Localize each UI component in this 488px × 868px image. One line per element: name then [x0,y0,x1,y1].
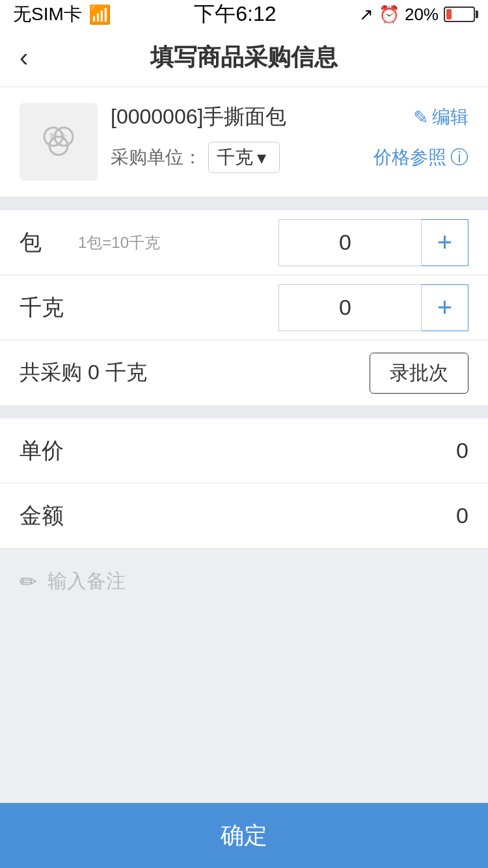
bag-plus-button[interactable]: + [422,219,468,266]
battery-fill [446,9,452,20]
unit-price-value: 0 [456,438,468,463]
help-icon: ⓘ [450,145,468,170]
unit-value: 千克 [217,145,253,170]
battery-icon [444,7,475,22]
status-right: ↗ ⏰ 20% [359,5,475,25]
amount-value: 0 [456,503,468,528]
page-title: 填写商品采购信息 [150,42,338,74]
unit-price-row: 单价 0 [0,418,488,483]
status-bar: 无SIM卡 📶 下午6:12 ↗ ⏰ 20% [0,0,488,29]
edit-icon: ✎ [413,107,428,128]
nav-bar: ‹ 填写商品采购信息 [0,29,488,87]
back-button[interactable]: ‹ [20,43,28,72]
product-name: [0000006]手撕面包 [111,103,286,131]
svg-text:十: 十 [60,132,68,141]
summary-row: 共采购 0 千克 录批次 [0,340,488,405]
unit-price-label: 单价 [20,436,64,466]
edit-label: 编辑 [432,105,468,129]
status-left: 无SIM卡 📶 [13,2,111,27]
unit-select[interactable]: 千克 ▾ [208,142,280,173]
kg-quantity-input[interactable] [278,284,422,331]
product-unit-row: 采购单位： 千克 ▾ 价格参照 ⓘ [111,142,468,173]
product-logo: 智 十 [39,122,78,161]
input-section: 包 1包=10千克 + 千克 + 共采购 0 千克 录批次 [0,210,488,405]
svg-text:智: 智 [49,132,57,141]
kg-label: 千克 [20,293,72,323]
remark-section[interactable]: ✏ 输入备注 [0,549,488,653]
amount-row: 金额 0 [0,483,488,549]
kg-input-control: + [278,284,468,331]
summary-text: 共采购 0 千克 [20,359,147,387]
battery-percent: 20% [405,5,439,25]
alarm-icon: ⏰ [379,5,400,25]
content-area: 智 十 [0000006]手撕面包 ✎ 编辑 采购单位： 千克 ▾ [0,87,488,848]
location-icon: ↗ [359,5,373,25]
unit-label: 采购单位： 千克 ▾ [111,142,280,173]
confirm-button[interactable]: 确定 [0,803,488,868]
kg-row: 千克 + [0,275,488,340]
kg-plus-button[interactable]: + [422,284,468,331]
status-time: 下午6:12 [194,0,276,29]
product-card: 智 十 [0000006]手撕面包 ✎ 编辑 采购单位： 千克 ▾ [0,87,488,197]
wifi-icon: 📶 [88,4,111,25]
amount-label: 金额 [20,501,64,531]
price-section: 单价 0 金额 0 [0,418,488,549]
bag-input-control: + [278,219,468,266]
bag-sub-label: 1包=10千克 [78,232,278,253]
edit-button[interactable]: ✎ 编辑 [413,105,468,129]
carrier-label: 无SIM卡 [13,2,82,27]
pencil-icon: ✏ [20,569,37,594]
bag-label: 包 [20,228,72,258]
price-ref-button[interactable]: 价格参照 ⓘ [373,145,468,170]
product-top-row: [0000006]手撕面包 ✎ 编辑 [111,103,468,131]
section-divider-1 [0,197,488,210]
section-divider-2 [0,405,488,418]
price-ref-label: 价格参照 [373,145,446,170]
unit-label-text: 采购单位： [111,145,202,170]
batch-button[interactable]: 录批次 [370,353,468,394]
dropdown-icon: ▾ [257,147,266,169]
remark-placeholder: 输入备注 [47,568,126,595]
product-info: [0000006]手撕面包 ✎ 编辑 采购单位： 千克 ▾ 价格参照 ⓘ [111,103,468,173]
bag-quantity-input[interactable] [278,219,422,266]
product-thumbnail: 智 十 [20,103,98,181]
bag-row: 包 1包=10千克 + [0,210,488,275]
